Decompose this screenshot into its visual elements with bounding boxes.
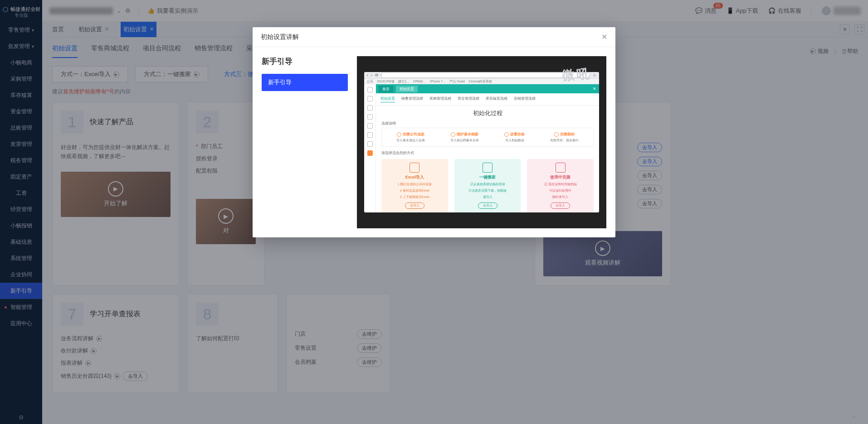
modal: 初始设置讲解 ✕ 新手引导 新手引导 微吼 ‹›⟳☆ 公司2018CRM版[其它… — [253, 27, 615, 237]
modal-nav-item[interactable]: 新手引导 — [262, 74, 348, 91]
modal-title: 初始设置讲解 — [261, 33, 299, 41]
modal-mask: 初始设置讲解 ✕ 新手引导 新手引导 微吼 ‹›⟳☆ 公司2018CRM版[其它… — [0, 0, 868, 424]
demo-frame: ‹›⟳☆ 公司2018CRM版[其它]…CRM办…iPhone 7…产品-Tow… — [364, 72, 599, 212]
chevron-down-icon[interactable]: ⌄ — [850, 410, 857, 420]
modal-close-button[interactable]: ✕ — [601, 33, 607, 41]
modal-video[interactable]: 微吼 ‹›⟳☆ 公司2018CRM版[其它]…CRM办…iPhone 7…产品-… — [357, 56, 606, 228]
modal-subtitle: 新手引导 — [262, 56, 348, 67]
